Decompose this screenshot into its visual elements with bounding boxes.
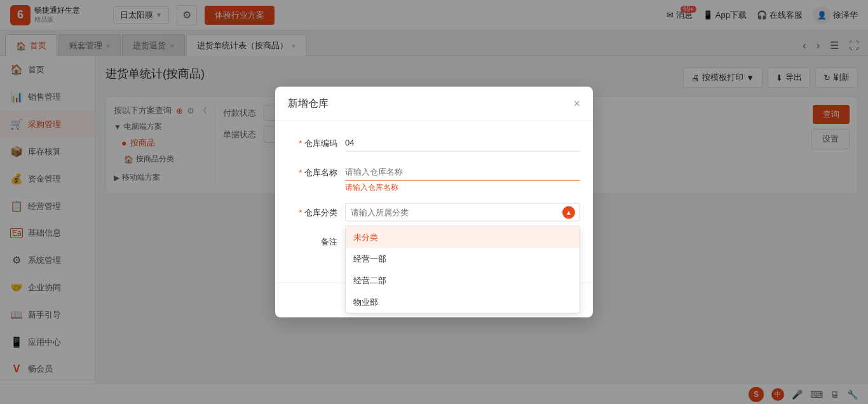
category-dropdown-list: 未分类 经营一部 经营二部 物业部	[345, 226, 580, 314]
new-warehouse-dialog: 新增仓库 × * 仓库编码 * 仓库名称	[275, 87, 593, 318]
dropdown-item-dept1[interactable]: 经营一部	[346, 248, 580, 270]
form-row-name: * 仓库名称 请输入仓库名称	[288, 163, 580, 193]
dialog-header: 新增仓库 ×	[275, 87, 593, 121]
dialog-title: 新增仓库	[288, 97, 329, 111]
code-label: * 仓库编码	[288, 134, 345, 153]
dialog-body: * 仓库编码 * 仓库名称 请输入仓库名称	[275, 121, 593, 283]
name-error-msg: 请输入仓库名称	[345, 182, 580, 193]
dropdown-item-dept3[interactable]: 物业部	[346, 292, 580, 313]
category-dropdown-arrow[interactable]: ▲	[562, 206, 575, 219]
form-row-category: * 仓库分类 ▲ 未分类 经营一部 经营二部 物业部	[288, 203, 580, 222]
name-input[interactable]	[345, 163, 580, 181]
modal-overlay: 新增仓库 × * 仓库编码 * 仓库名称	[0, 0, 868, 404]
dropdown-item-unclassified[interactable]: 未分类	[346, 227, 580, 248]
category-input[interactable]	[345, 203, 580, 222]
dialog-close-button[interactable]: ×	[573, 97, 580, 111]
category-field-wrap: ▲ 未分类 经营一部 经营二部 物业部	[345, 203, 580, 222]
code-field-wrap	[345, 134, 580, 152]
chevron-up-icon: ▲	[566, 209, 572, 216]
code-input[interactable]	[345, 134, 580, 152]
notes-label: 备注	[288, 232, 345, 252]
name-label: * 仓库名称	[288, 163, 345, 182]
category-label: * 仓库分类	[288, 203, 345, 222]
dropdown-item-dept2[interactable]: 经营二部	[346, 270, 580, 292]
name-field-wrap: 请输入仓库名称	[345, 163, 580, 193]
form-row-code: * 仓库编码	[288, 134, 580, 153]
